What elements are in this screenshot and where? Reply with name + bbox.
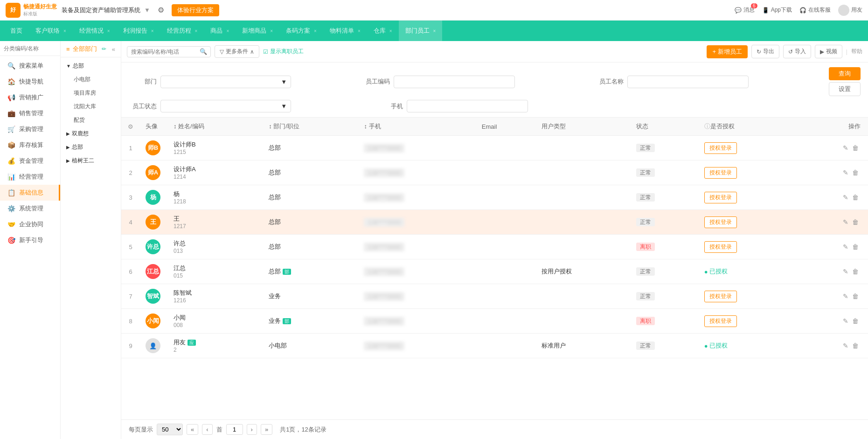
dept-child-小电部[interactable]: 小电部 <box>66 73 121 86</box>
edit-btn[interactable]: ✎ <box>843 243 848 251</box>
delete-btn[interactable]: 🗑 <box>852 194 859 201</box>
nav-tab-客户联络[interactable]: 客户联络× <box>29 21 73 41</box>
try-btn[interactable]: 体验行业方案 <box>172 4 219 16</box>
dept-group-header-root[interactable]: ▼总部 <box>61 59 121 73</box>
sidebar-item-搜索菜单[interactable]: 🔍搜索菜单 <box>0 58 60 74</box>
delete-btn[interactable]: 🗑 <box>852 243 859 251</box>
app-download-btn[interactable]: 📱 App下载 <box>762 6 792 14</box>
nav-tab-仓库[interactable]: 仓库× <box>367 21 399 41</box>
nav-tab-经营情况[interactable]: 经营情况× <box>73 21 117 41</box>
edit-btn[interactable]: ✎ <box>843 144 848 152</box>
next-page-btn[interactable]: › <box>247 424 257 435</box>
emp-code-input[interactable] <box>394 76 515 88</box>
show-resigned-toggle[interactable]: ☑ 显示离职员工 <box>263 48 304 56</box>
query-btn[interactable]: 查询 <box>829 67 861 80</box>
edit-btn[interactable]: ✎ <box>843 342 848 349</box>
user-btn[interactable]: 用友 <box>838 5 862 16</box>
tab-close-icon[interactable]: × <box>389 28 392 34</box>
emp-status-select[interactable]: ▼ <box>160 100 291 112</box>
nav-tab-物料清单[interactable]: 物料清单× <box>323 21 367 41</box>
nav-tab-首页[interactable]: 首页 <box>4 21 29 41</box>
message-btn[interactable]: 💬 消息 6 <box>735 6 755 14</box>
nav-tab-经营历程[interactable]: 经营历程× <box>160 21 204 41</box>
nav-tab-新增商品[interactable]: 新增商品× <box>236 21 279 41</box>
add-employee-btn[interactable]: + 新增员工 <box>707 45 747 58</box>
nav-tab-利润报告[interactable]: 利润报告× <box>117 21 160 41</box>
phone-input[interactable] <box>407 100 528 112</box>
dept-child-沈阳大库[interactable]: 沈阳大库 <box>66 100 121 113</box>
reset-btn[interactable]: 设置 <box>829 82 861 96</box>
nav-tab-商品[interactable]: 商品× <box>204 21 236 41</box>
delete-btn[interactable]: 🗑 <box>852 218 859 226</box>
tab-close-icon[interactable]: × <box>270 28 273 34</box>
sidebar-item-系统管理[interactable]: ⚙️系统管理 <box>0 201 60 216</box>
auth-btn[interactable]: 授权登录 <box>704 315 737 327</box>
import-btn[interactable]: ↺ 导入 <box>783 45 811 58</box>
prev-page-btn[interactable]: ‹ <box>202 424 212 435</box>
auth-btn[interactable]: 授权登录 <box>704 167 737 179</box>
tab-close-icon[interactable]: × <box>358 28 361 34</box>
per-page-select[interactable]: 50 100 200 <box>157 424 183 435</box>
search-icon[interactable]: 🔍 <box>200 48 207 55</box>
sidebar-item-营销推广[interactable]: 📢营销推广 <box>0 90 60 105</box>
sidebar-item-快捷导航[interactable]: 🏠快捷导航 <box>0 74 60 90</box>
dropdown-icon[interactable]: ▼ <box>144 7 150 14</box>
edit-btn[interactable]: ✎ <box>843 317 848 325</box>
tab-close-icon[interactable]: × <box>195 28 198 34</box>
sidebar-item-新手引导[interactable]: 🎯新手引导 <box>0 232 60 248</box>
dept-group-植树王二[interactable]: ▶植树王二 <box>61 154 121 167</box>
sidebar-item-库存核算[interactable]: 📦库存核算 <box>0 137 60 153</box>
sidebar-item-销售管理[interactable]: 💼销售管理 <box>0 105 60 121</box>
tab-close-icon[interactable]: × <box>433 28 436 34</box>
service-btn[interactable]: 🎧 在线客服 <box>799 6 831 14</box>
dept-child-项目库房[interactable]: 项目库房 <box>66 86 121 100</box>
delete-btn[interactable]: 🗑 <box>852 293 859 300</box>
settings-icon[interactable]: ⚙ <box>128 123 133 130</box>
view-btn[interactable]: ▶ 视频 <box>815 45 842 58</box>
auth-btn[interactable]: 授权登录 <box>704 192 737 203</box>
dept-group-总部[interactable]: ▶总部 <box>61 140 121 154</box>
auth-btn[interactable]: 授权登录 <box>704 216 737 228</box>
edit-btn[interactable]: ✎ <box>843 194 848 201</box>
help-btn[interactable]: 帮助 <box>851 48 862 56</box>
page-input[interactable] <box>226 424 243 435</box>
tab-close-icon[interactable]: × <box>151 28 154 34</box>
tab-close-icon[interactable]: × <box>226 28 229 34</box>
export-btn[interactable]: ↻ 导出 <box>751 45 779 58</box>
sidebar-item-经营管理[interactable]: 📊经营管理 <box>0 169 60 185</box>
search-input[interactable] <box>127 46 211 57</box>
emp-name-input[interactable] <box>627 76 749 88</box>
sidebar-item-label: 采购管理 <box>19 125 43 133</box>
dept-filter-select[interactable]: ▼ <box>160 76 291 88</box>
tab-close-icon[interactable]: × <box>314 28 317 34</box>
delete-btn[interactable]: 🗑 <box>852 144 859 152</box>
auth-btn[interactable]: 授权登录 <box>704 241 737 253</box>
nav-tab-条码方案[interactable]: 条码方案× <box>279 21 323 41</box>
filter-more-btn[interactable]: ▽ 更多条件 ∧ <box>215 45 259 58</box>
dept-tree-collapse-icon[interactable]: « <box>112 46 115 53</box>
auth-btn[interactable]: 授权登录 <box>704 291 737 302</box>
dept-group-双鹿想[interactable]: ▶双鹿想 <box>61 127 121 140</box>
sidebar-search-input[interactable] <box>4 45 61 52</box>
last-page-btn[interactable]: » <box>261 424 272 435</box>
nav-tab-部门员工[interactable]: 部门员工× <box>399 21 443 41</box>
first-page-btn[interactable]: « <box>187 424 198 435</box>
auth-btn[interactable]: 授权登录 <box>704 142 737 154</box>
tab-close-icon[interactable]: × <box>107 28 110 34</box>
edit-btn[interactable]: ✎ <box>843 218 848 226</box>
sidebar-item-采购管理[interactable]: 🛒采购管理 <box>0 121 60 137</box>
sidebar-item-企业协同[interactable]: 🤝企业协同 <box>0 216 60 232</box>
sidebar-item-基础信息[interactable]: 📋基础信息 <box>0 185 60 201</box>
tab-close-icon[interactable]: × <box>63 28 66 34</box>
delete-btn[interactable]: 🗑 <box>852 342 859 349</box>
delete-btn[interactable]: 🗑 <box>852 268 859 275</box>
dept-tree-edit-icon[interactable]: ✏ <box>102 46 106 52</box>
delete-btn[interactable]: 🗑 <box>852 169 859 176</box>
delete-btn[interactable]: 🗑 <box>852 317 859 325</box>
sidebar-item-资金管理[interactable]: 💰资金管理 <box>0 153 60 169</box>
edit-btn[interactable]: ✎ <box>843 169 848 176</box>
edit-btn[interactable]: ✎ <box>843 293 848 300</box>
edit-btn[interactable]: ✎ <box>843 268 848 275</box>
gear-icon[interactable]: ⚙ <box>158 6 164 14</box>
dept-child-配货[interactable]: 配货 <box>66 113 121 127</box>
